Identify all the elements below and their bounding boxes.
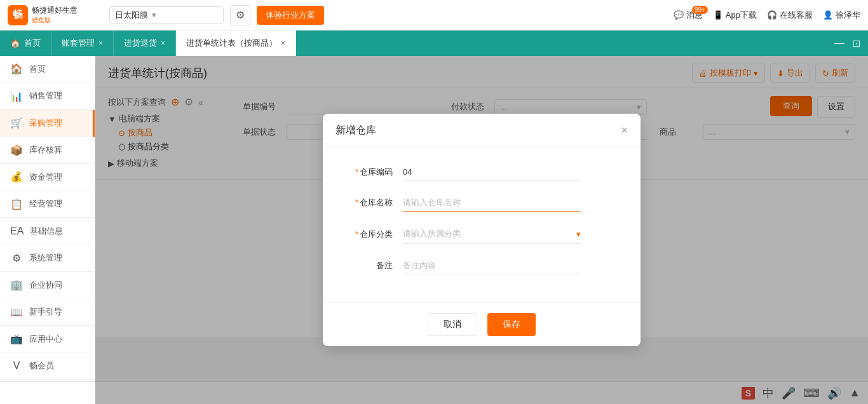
content-area: 进货单统计(按商品) 🖨 按模板打印 ▾ ⬇ 导出 ↻ 刷新 — [95, 56, 868, 404]
form-row-code: 仓库编码 — [348, 163, 615, 181]
sidebar-item-finance[interactable]: 💰 资金管理 — [0, 164, 95, 191]
gear-button[interactable]: ⚙ — [230, 5, 250, 25]
remark-label: 备注 — [348, 260, 393, 271]
sidebar: 🏠 首页 📊 销售管理 🛒 采购管理 📦 库存核算 💰 资金管理 📋 经营管理 … — [0, 56, 95, 404]
search-value: 日太阳膜 — [115, 10, 148, 21]
finance-icon: 💰 — [10, 171, 23, 183]
dialog-new-warehouse: 新增仓库 × 仓库编码 仓库名称 仓库 — [323, 114, 641, 346]
form-row-category: 仓库分类 请输入所属分类 ▾ — [348, 224, 615, 244]
guide-icon: 📖 — [10, 306, 23, 318]
minimize-icon[interactable]: — — [832, 36, 847, 50]
home-sidebar-icon: 🏠 — [10, 63, 23, 75]
operations-icon: 📋 — [10, 198, 23, 210]
main-layout: 🏠 首页 📊 销售管理 🛒 采购管理 📦 库存核算 💰 资金管理 📋 经营管理 … — [0, 56, 868, 404]
vip-icon: V — [10, 360, 23, 372]
tab-purchase-stats[interactable]: 进货单统计表（按商品） × — [176, 30, 296, 56]
form-row-name: 仓库名称 — [348, 194, 615, 212]
basics-icon: EA — [10, 226, 24, 237]
tab-window-controls: — ⊡ — [832, 36, 868, 51]
top-header: 畅 畅捷通好生意 猎鱼版 日太阳膜 ▾ ⚙ 体验行业方案 💬 消息 99+ 📱 … — [0, 0, 868, 30]
dropdown-arrow-icon: ▾ — [152, 10, 156, 20]
sidebar-item-operations[interactable]: 📋 经营管理 — [0, 191, 95, 219]
purchase-icon: 🛒 — [10, 117, 23, 129]
home-icon: 🏠 — [10, 39, 20, 48]
sidebar-item-system[interactable]: ⚙ 系统管理 — [0, 245, 95, 273]
dialog-body: 仓库编码 仓库名称 仓库分类 请输入所属分类 ▾ — [323, 148, 641, 302]
user-icon: 👤 — [823, 10, 833, 20]
message-item[interactable]: 💬 消息 99+ — [674, 10, 703, 21]
logo-text: 畅捷通好生意 猎鱼版 — [32, 5, 78, 25]
inventory-icon: 📦 — [10, 144, 23, 156]
search-bar[interactable]: 日太阳膜 ▾ — [109, 6, 224, 24]
tab-accounts[interactable]: 账套管理 × — [51, 30, 114, 56]
sidebar-item-inventory[interactable]: 📦 库存核算 — [0, 137, 95, 165]
dialog-overlay: 新增仓库 × 仓库编码 仓库名称 仓库 — [95, 56, 868, 404]
dialog-close-icon[interactable]: × — [621, 124, 628, 137]
dialog-header: 新增仓库 × — [323, 114, 641, 148]
logo-area: 畅 畅捷通好生意 猎鱼版 — [8, 5, 103, 25]
tab-bar: 🏠 首页 账套管理 × 进货退货 × 进货单统计表（按商品） × — ⊡ — [0, 30, 868, 56]
dialog-footer: 取消 保存 — [323, 302, 641, 346]
category-arrow-icon: ▾ — [576, 229, 581, 239]
remark-input[interactable] — [403, 257, 581, 274]
app-download-item[interactable]: 📱 App下载 — [713, 10, 757, 21]
message-icon: 💬 — [674, 10, 684, 20]
sidebar-item-vip[interactable]: V 畅会员 — [0, 353, 95, 380]
sidebar-item-sales[interactable]: 📊 销售管理 — [0, 83, 95, 111]
category-label: 仓库分类 — [348, 229, 393, 240]
dialog-title: 新增仓库 — [336, 124, 376, 137]
headset-icon: 🎧 — [767, 10, 777, 20]
tab-close-purchase-stats[interactable]: × — [281, 39, 285, 48]
warehouse-name-input[interactable] — [403, 194, 581, 212]
logo-icon: 畅 — [8, 5, 28, 25]
sidebar-item-purchase[interactable]: 🛒 采购管理 — [0, 110, 95, 137]
sidebar-item-basics[interactable]: EA 基础信息 — [0, 218, 95, 245]
tab-home[interactable]: 🏠 首页 — [0, 30, 51, 56]
category-select[interactable]: 请输入所属分类 ▾ — [403, 224, 581, 244]
tab-close-accounts[interactable]: × — [98, 39, 103, 48]
apps-icon: 📺 — [10, 333, 23, 345]
sidebar-item-enterprise[interactable]: 🏢 企业协同 — [0, 272, 95, 299]
trial-button[interactable]: 体验行业方案 — [257, 6, 324, 25]
cancel-button[interactable]: 取消 — [428, 313, 477, 336]
header-right: 💬 消息 99+ 📱 App下载 🎧 在线客服 👤 徐泽华 — [674, 10, 860, 21]
save-button[interactable]: 保存 — [487, 313, 536, 336]
sales-icon: 📊 — [10, 90, 23, 102]
user-item[interactable]: 👤 徐泽华 — [823, 10, 860, 21]
service-item[interactable]: 🎧 在线客服 — [767, 10, 813, 21]
sidebar-item-apps[interactable]: 📺 应用中心 — [0, 326, 95, 353]
warehouse-code-input[interactable] — [403, 163, 581, 181]
maximize-icon[interactable]: ⊡ — [850, 36, 863, 51]
sidebar-item-home[interactable]: 🏠 首页 — [0, 56, 95, 83]
tab-close-purchase-return[interactable]: × — [161, 39, 165, 48]
code-label: 仓库编码 — [348, 166, 393, 178]
phone-icon: 📱 — [713, 10, 723, 20]
sidebar-item-guide[interactable]: 📖 新手引导 — [0, 299, 95, 327]
name-label: 仓库名称 — [348, 197, 393, 208]
form-row-remark: 备注 — [348, 257, 615, 274]
enterprise-icon: 🏢 — [10, 279, 23, 291]
tab-purchase-return[interactable]: 进货退货 × — [114, 30, 176, 56]
system-icon: ⚙ — [10, 252, 23, 264]
